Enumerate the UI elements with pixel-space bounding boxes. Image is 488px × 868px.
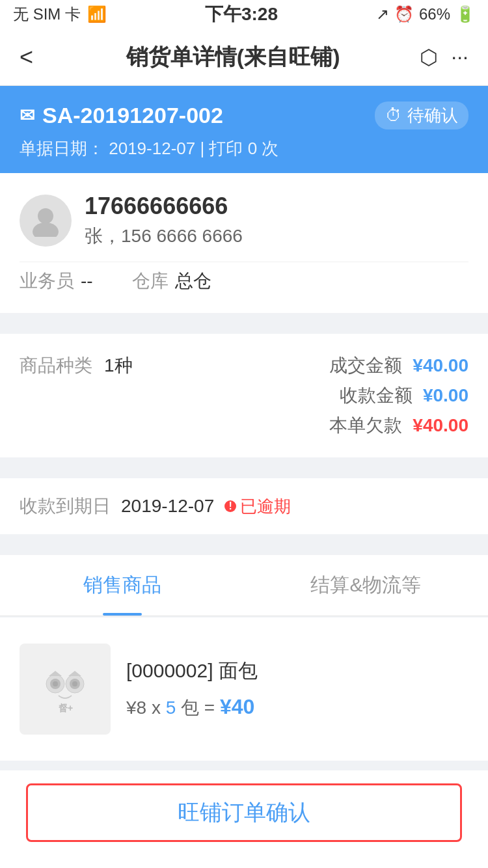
customer-details: 业务员 -- 仓库 总仓 [20,262,468,293]
svg-text:督+: 督+ [59,703,73,713]
order-date-info: 单据日期： 2019-12-07 | 打印 0 次 [20,137,468,160]
product-logo: 督+ [39,663,91,715]
share-button[interactable]: ⬡ [420,45,438,70]
amount-row: 成交金额 ¥40.00 [329,353,468,378]
separator: | [200,139,209,158]
battery-text: 66% [419,5,450,23]
quantity: 5 [166,698,176,718]
customer-name: 张，156 6666 6666 [85,224,243,249]
more-button[interactable]: ··· [451,45,468,69]
nav-actions: ⬡ ··· [420,45,468,70]
product-thumbnail: 督+ [20,644,111,735]
divider-3 [0,545,488,555]
customer-phone: 17666666666 [85,193,243,220]
due-label: 收款到期日 [20,494,111,519]
status-time: 下午3:28 [205,2,278,27]
tab-sales-label: 销售商品 [83,574,161,595]
order-status-badge: ⏱ 待确认 [375,102,468,129]
order-header-card: ✉ SA-20191207-002 ⏱ 待确认 单据日期： 2019-12-07… [0,86,488,173]
tab-settlement[interactable]: 结算&物流等 [244,555,488,616]
nav-bar: < 销货单详情(来自旺铺) ⬡ ··· [0,29,488,86]
status-right: ↗ ⏰ 66% 🔋 [376,5,475,23]
date-label: 单据日期： [20,139,104,158]
received-value: ¥0.00 [423,385,468,406]
customer-info: 17666666666 张，156 6666 6666 [85,193,243,249]
wifi-icon: 📶 [87,5,107,23]
product-details: [0000002] 面包 ¥8 x 5 包 = ¥40 [126,644,468,735]
confirm-order-button[interactable]: 旺铺订单确认 [26,783,462,842]
sales-label: 业务员 [20,269,74,293]
back-button[interactable]: < [20,44,33,71]
amount-value: ¥40.00 [413,355,468,376]
warehouse-value: 总仓 [175,269,211,293]
product-price-formula: ¥8 x 5 包 = ¥40 [126,695,468,720]
summary-left: 商品种类 1种 [20,353,133,378]
divider-1 [0,323,488,334]
tab-settlement-label: 结算&物流等 [310,574,421,595]
svg-point-6 [53,681,58,686]
confirm-button-container: 旺铺订单确认 [0,770,488,868]
due-date-card: 收款到期日 2019-12-07 ! 已逾期 [0,478,488,534]
tabs: 销售商品 结算&物流等 [0,555,488,616]
unit-price: ¥8 [126,698,146,718]
summary-card: 商品种类 1种 成交金额 ¥40.00 收款金额 ¥0.00 本单欠款 ¥40.… [0,334,488,457]
confirm-button-label: 旺铺订单确认 [178,798,310,828]
multiply-sign: x [152,698,166,718]
svg-point-0 [38,208,53,224]
product-code: [0000002] [126,660,213,681]
product-title: 面包 [219,660,258,681]
received-row: 收款金额 ¥0.00 [340,383,468,408]
owed-label: 本单欠款 [329,413,402,438]
status-left: 无 SIM 卡 📶 [13,4,107,25]
owed-value: ¥40.00 [413,415,468,436]
product-type-item: 商品种类 1种 [20,353,133,378]
sales-value: -- [81,271,93,292]
product-type-value: 1种 [104,353,133,378]
page-title: 销货单详情(来自旺铺) [46,42,420,72]
divider-2 [0,468,488,478]
overdue-badge: ! 已逾期 [224,495,291,518]
equals-sign: = [204,698,220,718]
received-label: 收款金额 [340,383,413,408]
svg-point-7 [72,681,77,686]
alarm-icon: ⏰ [394,5,414,23]
customer-card: 17666666666 张，156 6666 6666 业务员 -- 仓库 总仓 [0,173,488,313]
order-number-text: SA-20191207-002 [42,103,223,128]
order-status-text: 待确认 [407,104,458,127]
owed-row: 本单欠款 ¥40.00 [329,413,468,438]
customer-avatar [20,195,72,247]
overdue-icon: ! [224,500,236,512]
status-clock-icon: ⏱ [385,105,402,126]
location-icon: ↗ [376,5,389,23]
order-date-value: 2019-12-07 [109,139,195,158]
due-date-value: 2019-12-07 [121,496,214,517]
no-sim-text: 无 SIM 卡 [13,4,81,25]
unit: 包 [181,698,199,718]
warehouse-label: 仓库 [132,269,169,293]
sales-item: 业务员 -- [20,269,93,293]
tab-sales-products[interactable]: 销售商品 [0,555,244,616]
summary-right: 成交金额 ¥40.00 收款金额 ¥0.00 本单欠款 ¥40.00 [329,353,468,438]
product-list: 督+ [0000002] 面包 ¥8 x 5 包 = ¥40 [0,617,488,761]
battery-icon: 🔋 [455,5,475,23]
product-item: 督+ [0000002] 面包 ¥8 x 5 包 = ¥40 [20,631,468,748]
svg-point-1 [33,223,59,237]
print-info: 打印 0 次 [209,139,278,158]
product-name: [0000002] 面包 [126,658,468,685]
order-number: ✉ SA-20191207-002 [20,103,223,128]
status-bar: 无 SIM 卡 📶 下午3:28 ↗ ⏰ 66% 🔋 [0,0,488,29]
overdue-text: 已逾期 [240,495,291,518]
warehouse-item: 仓库 总仓 [132,269,211,293]
product-type-label: 商品种类 [20,353,98,378]
amount-label: 成交金额 [329,353,402,378]
order-icon: ✉ [20,105,34,126]
total-price: ¥40 [220,695,254,718]
